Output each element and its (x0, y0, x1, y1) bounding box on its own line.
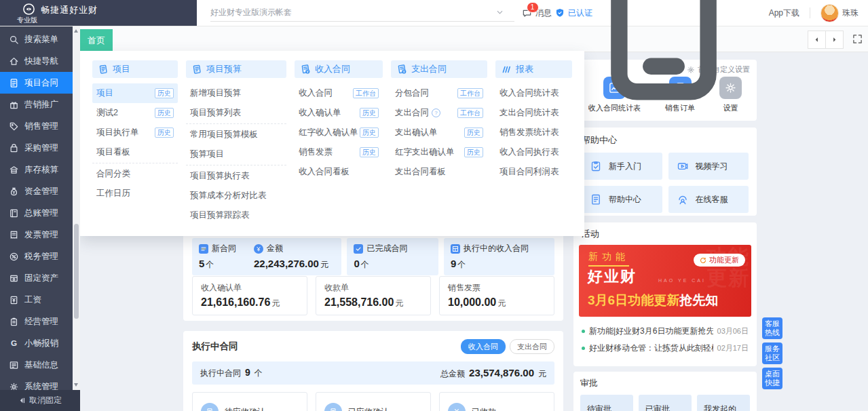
menu-item[interactable]: 新增项目预算 (186, 83, 286, 103)
sidebar-item[interactable]: 基础信息 (0, 354, 73, 376)
menu-item[interactable]: 项目 历史 (92, 83, 178, 103)
sidebar-item[interactable]: 总账管理 (0, 202, 73, 224)
approval-box[interactable]: 待审批 (580, 395, 633, 411)
help-button[interactable]: 新手入门 (582, 153, 662, 180)
tab-scroll-right-button[interactable] (825, 31, 844, 49)
menu-item[interactable]: 收入合同 工作台 (295, 83, 383, 103)
document-total-card[interactable]: 收入确认单 21,616,160.76元 (192, 276, 307, 315)
menu-column-header[interactable]: 项目预算 (186, 60, 286, 78)
menu-item[interactable]: 红字收入确认单 历史 (295, 123, 383, 142)
sidebar-item[interactable]: 固定资产 (0, 267, 73, 289)
menu-column-header[interactable]: 报表 (495, 60, 572, 78)
menu-item[interactable]: 项目预算执行表 (186, 166, 286, 186)
menu-item[interactable]: 测试2 历史 (92, 103, 178, 123)
document-total-card[interactable]: 销售发票 10,000.00元 (439, 276, 554, 315)
sidebar-item[interactable]: 税务管理 (0, 246, 73, 267)
menu-item[interactable]: 项目执行单 历史 (92, 123, 178, 142)
unpin-sidebar-button[interactable]: 取消固定 (0, 390, 80, 411)
sidebar-item[interactable]: 资金管理 (0, 180, 73, 202)
menu-item[interactable]: 常用项目预算模板 (186, 125, 286, 144)
menu-item-badge[interactable]: 工作台 (457, 88, 483, 98)
fullscreen-button[interactable] (852, 34, 863, 44)
menu-item[interactable]: 支出合同 ? 工作台 (391, 103, 487, 123)
menu-item-badge[interactable]: 历史 (464, 128, 483, 138)
floating-tab[interactable]: 桌面快捷 (762, 368, 782, 389)
sidebar-item[interactable]: 销售管理 (0, 115, 73, 137)
sidebar-item[interactable]: 发票管理 (0, 224, 73, 246)
menu-item[interactable]: 销售发票 历史 (295, 142, 383, 162)
promo-banner[interactable]: 功能更新 新功能 功能更新 好业财 HAO YE CAI 3月6日功能更新抢先知 (579, 245, 751, 317)
app-download-button[interactable]: App下载 (562, 0, 799, 115)
menu-column-header[interactable]: 项目 (92, 60, 178, 78)
help-icon[interactable]: ? (432, 109, 440, 117)
sidebar-item[interactable]: 采购管理 (0, 137, 73, 159)
receivable-card[interactable]: 已应收确认 (316, 392, 431, 411)
menu-item[interactable]: 收入合同执行表 (495, 142, 572, 162)
menu-item[interactable]: 项目合同利润表 (495, 162, 572, 182)
approval-box[interactable]: 已审批 (639, 395, 692, 411)
sidebar-item[interactable]: 经营管理 (0, 311, 73, 332)
sidebar-item[interactable]: 搜索菜单 (0, 28, 73, 50)
menu-column-header[interactable]: 支出合同 (391, 60, 487, 78)
menu-item-badge[interactable]: 工作台 (457, 108, 483, 118)
menu-item-label: 支出合同看板 (395, 166, 446, 178)
news-item[interactable]: 新功能|好业财3月6日功能更新抢先知 03月06日 (579, 323, 751, 340)
menu-item-badge[interactable]: 历史 (360, 108, 379, 118)
document-total-card[interactable]: 收款单 21,558,716.00元 (316, 276, 431, 315)
scroll-down-icon[interactable] (74, 383, 78, 387)
scroll-up-icon[interactable] (74, 29, 78, 33)
messages-button[interactable]: 1 消息 (522, 7, 552, 19)
menu-item[interactable]: 支出确认单 历史 (391, 123, 487, 142)
menu-item-badge[interactable]: 工作台 (353, 88, 379, 98)
menu-item[interactable]: 收入合同看板 (295, 162, 383, 182)
news-item[interactable]: 好业财移动仓管：让拣货从此刻轻松 02月17日 (579, 340, 751, 357)
sidebar-item[interactable]: 营销推广 (0, 94, 73, 115)
contract-type-pill[interactable]: 支出合同 (510, 339, 554, 354)
help-button[interactable]: 在线客服 (668, 186, 749, 213)
feature-update-button[interactable]: 功能更新 (694, 254, 745, 267)
tab-home[interactable]: 首页 (80, 29, 113, 52)
menu-item[interactable]: 支出合同看板 (391, 162, 487, 182)
menu-item[interactable]: 收入合同统计表 (495, 83, 572, 103)
menu-item[interactable]: 分包合同 工作台 (391, 83, 487, 103)
approval-box[interactable]: 我发起的 (697, 395, 750, 411)
sidebar-item[interactable]: 工资 (0, 289, 73, 311)
menu-item-badge[interactable]: 历史 (155, 108, 174, 118)
floating-tab[interactable]: 客服热线 (762, 317, 782, 339)
sidebar-scrollbar[interactable] (73, 26, 80, 390)
menu-item[interactable]: 合同分类 (92, 164, 178, 184)
menu-item-badge[interactable]: 历史 (155, 128, 174, 138)
menu-item[interactable]: 预算项目 (186, 144, 286, 164)
receivable-card[interactable]: 已收款 (439, 392, 554, 411)
menu-item[interactable]: 项目看板 (92, 142, 178, 162)
sidebar-item[interactable]: 快捷导航 (0, 50, 73, 72)
menu-item-badge[interactable]: 历史 (155, 88, 174, 98)
menu-item-badge[interactable]: 历史 (360, 128, 379, 138)
menu-item[interactable]: 项目预算跟踪表 (186, 206, 286, 225)
account-selector[interactable]: 好业财专业版演示帐套 (210, 3, 514, 22)
menu-item[interactable]: 工作日历 (92, 184, 178, 203)
sidebar-item[interactable]: 库存核算 (0, 159, 73, 180)
menu-item[interactable]: 红字支出确认单 历史 (391, 142, 487, 162)
menu-item-badge[interactable]: 历史 (464, 147, 483, 157)
scrollbar-thumb[interactable] (74, 224, 79, 319)
menu-column-header[interactable]: 收入合同 (295, 60, 383, 78)
menu-item-badge[interactable]: 历史 (360, 147, 379, 157)
menu-item[interactable]: 销售发票统计表 (495, 123, 572, 142)
help-button[interactable]: 视频学习 (668, 153, 749, 180)
user-menu[interactable]: 珠珠 (820, 4, 858, 22)
contract-type-pill[interactable]: 收入合同 (461, 339, 506, 354)
help-button[interactable]: 帮助中心 (582, 186, 662, 213)
receivable-card[interactable]: 待应收确认 (192, 392, 307, 411)
tab-scroll-left-button[interactable] (808, 31, 826, 49)
sidebar-item-label: 采购管理 (24, 142, 58, 154)
sidebar-item[interactable]: 项目合同 (0, 72, 73, 94)
sidebar-item[interactable]: 系统管理 (0, 376, 73, 390)
menu-item[interactable]: 预算成本分析对比表 (186, 186, 286, 206)
menu-column-title: 项目预算 (206, 63, 242, 75)
floating-tab[interactable]: 服务社区 (762, 342, 782, 364)
menu-item[interactable]: 支出合同统计表 (495, 103, 572, 123)
sidebar-item[interactable]: G 小畅报销 (0, 332, 73, 354)
menu-item[interactable]: 收入确认单 历史 (295, 103, 383, 123)
menu-item[interactable]: 项目预算列表 (186, 103, 286, 123)
